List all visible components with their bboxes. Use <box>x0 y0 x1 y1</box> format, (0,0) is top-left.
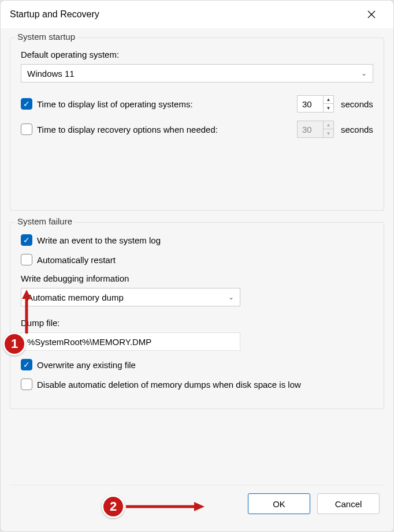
write-event-checkbox[interactable]: ✓ <box>21 234 32 246</box>
time-list-checkbox[interactable]: ✓ <box>21 98 32 110</box>
system-startup-title: System startup <box>15 32 77 42</box>
dump-type-value: Automatic memory dump <box>27 293 124 302</box>
time-list-value[interactable]: 30 <box>298 96 323 112</box>
chevron-down-icon: ⌄ <box>361 69 367 77</box>
time-recovery-checkbox[interactable] <box>21 123 32 135</box>
startup-recovery-dialog: Startup and Recovery System startup Defa… <box>1 1 393 531</box>
time-recovery-spinner: 30 ▲ ▼ <box>297 121 334 138</box>
annotation-arrow-2 <box>126 500 206 514</box>
cancel-button[interactable]: Cancel <box>317 493 380 514</box>
default-os-select[interactable]: Windows 11 ⌄ <box>21 64 373 83</box>
close-icon <box>367 10 376 18</box>
window-title: Startup and Recovery <box>10 9 359 20</box>
time-recovery-value: 30 <box>298 121 323 137</box>
disable-delete-checkbox[interactable] <box>21 379 32 390</box>
spin-up-icon[interactable]: ▲ <box>324 96 333 104</box>
dump-file-input[interactable]: %SystemRoot%\MEMORY.DMP <box>21 332 240 351</box>
time-recovery-row: Time to display recovery options when ne… <box>21 121 373 138</box>
close-button[interactable] <box>359 5 384 24</box>
write-debug-section: Write debugging information Automatic me… <box>21 274 373 390</box>
time-list-spinner[interactable]: 30 ▲ ▼ <box>297 95 334 113</box>
annotation-marker-1: 1 <box>3 332 26 355</box>
write-event-row: ✓ Write an event to the system log <box>21 234 373 246</box>
dump-file-label: Dump file: <box>21 318 373 328</box>
time-list-row: ✓ Time to display list of operating syst… <box>21 95 373 113</box>
disable-delete-label[interactable]: Disable automatic deletion of memory dum… <box>37 380 301 389</box>
disable-delete-row: Disable automatic deletion of memory dum… <box>21 379 373 390</box>
annotation-arrow-1 <box>20 290 34 335</box>
spin-down-icon: ▼ <box>324 129 333 137</box>
checkmark-icon: ✓ <box>23 236 30 244</box>
seconds-label: seconds <box>341 125 373 134</box>
dump-type-select[interactable]: Automatic memory dump ⌄ <box>21 288 240 306</box>
overwrite-checkbox[interactable]: ✓ <box>21 359 32 370</box>
annotation-marker-2: 2 <box>102 495 125 518</box>
write-debug-label: Write debugging information <box>21 274 373 283</box>
system-failure-title: System failure <box>15 216 75 226</box>
auto-restart-checkbox[interactable] <box>21 254 32 265</box>
dialog-content: System startup Default operating system:… <box>1 28 393 531</box>
checkmark-icon: ✓ <box>23 361 30 369</box>
system-startup-group: System startup Default operating system:… <box>10 38 384 211</box>
checkmark-icon: ✓ <box>23 100 30 108</box>
time-recovery-label[interactable]: Time to display recovery options when ne… <box>37 125 218 134</box>
seconds-label: seconds <box>341 99 373 109</box>
time-list-label[interactable]: Time to display list of operating system… <box>37 99 193 109</box>
default-os-value: Windows 11 <box>27 69 361 78</box>
system-failure-group: System failure ✓ Write an event to the s… <box>10 222 384 409</box>
default-os-label: Default operating system: <box>21 50 373 59</box>
dump-file-value: %SystemRoot%\MEMORY.DMP <box>27 337 151 347</box>
cancel-label: Cancel <box>335 499 362 509</box>
overwrite-row: ✓ Overwrite any existing file <box>21 359 373 370</box>
ok-button[interactable]: OK <box>248 493 310 514</box>
write-event-label[interactable]: Write an event to the system log <box>37 235 161 245</box>
overwrite-label[interactable]: Overwrite any existing file <box>37 360 136 370</box>
auto-restart-label[interactable]: Automatically restart <box>37 255 116 265</box>
ok-label: OK <box>273 499 285 509</box>
chevron-down-icon: ⌄ <box>228 293 234 301</box>
spin-up-icon: ▲ <box>324 121 333 129</box>
spin-down-icon[interactable]: ▼ <box>324 104 333 112</box>
auto-restart-row: Automatically restart <box>21 254 373 265</box>
titlebar: Startup and Recovery <box>1 1 393 28</box>
